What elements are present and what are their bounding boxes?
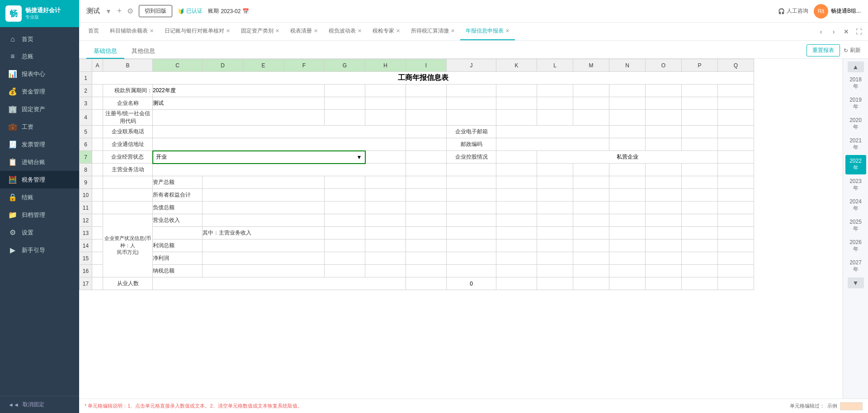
cell-4l[interactable] [537,110,573,126]
cell-6q[interactable] [718,138,754,151]
switch-old-version-button[interactable]: 切到旧版 [139,5,172,17]
cell-8p[interactable] [682,164,718,176]
cell-3m[interactable] [573,97,609,110]
cell-10b[interactable] [103,189,153,202]
cell-4q[interactable] [718,110,754,126]
cell-9b[interactable] [103,176,153,189]
col-header-j[interactable]: J [447,59,496,72]
sidebar-item-settings[interactable]: ⚙ 设置 [0,224,79,241]
cell-13p[interactable] [682,227,718,239]
cell-14n[interactable] [609,239,646,252]
cell-10j[interactable] [447,189,496,202]
cell-9p[interactable] [682,176,718,189]
sidebar-item-purchase-sale[interactable]: 📋 进销台账 [0,153,79,171]
cell-6i[interactable] [406,138,447,151]
cell-11h[interactable] [365,202,406,214]
cell-3o[interactable] [646,97,682,110]
cell-10m[interactable] [573,189,609,202]
cell-12b[interactable]: 企业资产状况信息(币种：人民币万元) [103,214,153,277]
cell-15h[interactable] [365,252,406,265]
cell-4i[interactable] [406,110,447,126]
cell-16q[interactable] [718,265,754,277]
cell-12q[interactable] [718,214,754,227]
cell-17n[interactable] [609,277,646,290]
cell-14d[interactable] [203,239,325,252]
cell-16g[interactable] [325,265,365,277]
year-2024[interactable]: 2024年 [845,196,866,215]
cell-4p[interactable] [682,110,718,126]
cell-17a[interactable] [92,277,103,290]
cell-2k[interactable] [496,84,537,97]
year-2019[interactable]: 2019年 [845,94,866,113]
col-header-n[interactable]: N [609,59,646,72]
cell-13q[interactable] [718,227,754,239]
cell-9o[interactable] [646,176,682,189]
cell-2c[interactable]: 2022年度 [153,84,325,97]
tab-aux-balance[interactable]: 科目辅助余额表 ✕ [104,23,159,40]
cell-4n[interactable] [609,110,646,126]
cell-10n[interactable] [609,189,646,202]
cell-10c[interactable]: 所有者权益合计 [153,189,203,202]
col-header-a[interactable]: A [92,59,103,72]
col-header-c[interactable]: C [153,59,203,72]
year-2025[interactable]: 2025年 [845,216,866,235]
cell-5p[interactable] [682,126,718,138]
cell-13m[interactable] [573,227,609,239]
col-header-f[interactable]: F [284,59,325,72]
col-header-k[interactable]: K [496,59,537,72]
cell-11o[interactable] [646,202,682,214]
tab-journal-bank[interactable]: 日记账与银行对账单核对 ✕ [159,23,236,40]
col-header-g[interactable]: G [325,59,365,72]
sidebar-item-payroll[interactable]: 💼 工资 [0,118,79,136]
tab-close-annual-report[interactable]: ✕ [505,28,509,34]
cell-6c[interactable] [153,138,406,151]
year-2021[interactable]: 2021年 [845,135,866,154]
col-header-l[interactable]: L [537,59,573,72]
cell-3h[interactable] [365,97,406,110]
cell-12o[interactable] [646,214,682,227]
cell-17b[interactable]: 从业人数 [103,277,153,290]
cell-5c[interactable] [153,126,406,138]
cell-16o[interactable] [646,265,682,277]
cell-14i[interactable] [406,239,447,252]
sidebar-item-ledger[interactable]: ≡ 总账 [0,48,79,65]
cell-4g[interactable] [325,110,365,126]
cell-14a[interactable] [92,239,103,252]
cell-5o[interactable] [646,126,682,138]
cell-13i[interactable] [406,227,447,239]
cell-12l[interactable] [537,214,573,227]
cell-8k[interactable] [496,164,537,176]
cell-7j[interactable]: 企业控股情况 [447,151,496,164]
cell-6n[interactable] [609,138,646,151]
cell-2a[interactable] [92,84,103,97]
cell-17q[interactable] [718,277,754,290]
sidebar-item-home[interactable]: ⌂ 首页 [0,31,79,48]
cell-16d[interactable] [203,265,325,277]
cell-4c[interactable] [153,110,325,126]
topbar-add-button[interactable]: + [117,6,122,16]
cell-15q[interactable] [718,252,754,265]
cell-12c[interactable]: 营业总收入 [153,214,203,227]
cell-13d[interactable]: 其中：主营业务收入 [203,227,325,239]
cell-10l[interactable] [537,189,573,202]
subtab-basic[interactable]: 基础信息 [86,44,124,59]
cell-3g[interactable] [325,97,365,110]
cell-15g[interactable] [325,252,365,265]
topbar-dropdown-icon[interactable]: ▼ [105,8,112,15]
reset-report-button[interactable]: 重置报表 [807,44,840,56]
customer-service-button[interactable]: 🎧 人工咨询 [778,7,808,15]
cell-8q[interactable] [718,164,754,176]
cell-16h[interactable] [365,265,406,277]
cell-6b[interactable]: 企业通信地址 [103,138,153,151]
cell-14g[interactable] [325,239,365,252]
cell-17c[interactable] [153,277,406,290]
cell-9k[interactable] [496,176,537,189]
cell-2n[interactable] [609,84,646,97]
cell-15j[interactable] [447,252,496,265]
cell-17m[interactable] [573,277,609,290]
cell-11n[interactable] [609,202,646,214]
cell-16m[interactable] [573,265,609,277]
sidebar-item-guide[interactable]: ▶ 新手引导 [0,241,79,259]
cell-2m[interactable] [573,84,609,97]
cell-5i[interactable] [406,126,447,138]
